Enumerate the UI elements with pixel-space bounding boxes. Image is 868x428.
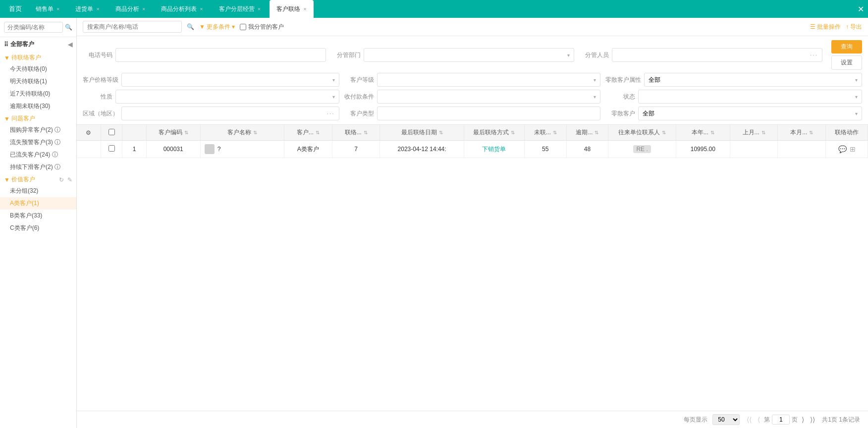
price-grade-dropdown[interactable]: ▾ bbox=[121, 73, 339, 87]
tab-product-analysis[interactable]: 商品分析 × bbox=[108, 0, 152, 18]
content-area: 🔍 ▼ 更多条件 ▾ 我分管的客户 ☰ 批量操作 ↑ 导出 bbox=[77, 18, 868, 428]
sidebar-all-customers[interactable]: ⠿ 全部客户 ◀ bbox=[0, 37, 76, 52]
col-no-contact-header[interactable]: 未联...⇅ bbox=[524, 125, 566, 141]
col-code-header[interactable]: 客户编码⇅ bbox=[146, 125, 200, 141]
first-page-button[interactable]: ⟨⟨ bbox=[745, 415, 754, 425]
col-contact-person-header[interactable]: 往来单位联系人⇅ bbox=[608, 125, 676, 141]
page-total: 共1页 1条记录 bbox=[822, 416, 860, 424]
col-last-month-header[interactable]: 上月...⇅ bbox=[730, 125, 778, 141]
close-icon[interactable]: × bbox=[96, 6, 99, 12]
cell-last-way[interactable]: 下销货单 bbox=[464, 141, 524, 158]
col-contact-header[interactable]: 联络...⇅ bbox=[332, 125, 380, 141]
col-overdue-header[interactable]: 逾期...⇅ bbox=[566, 125, 608, 141]
edit-icon[interactable]: ✎ bbox=[67, 176, 72, 183]
sidebar-item-overdue[interactable]: 逾期未联络(30) bbox=[0, 100, 76, 112]
close-icon[interactable]: × bbox=[200, 6, 203, 12]
col-gear-header[interactable]: ⚙ bbox=[77, 125, 101, 141]
sidebar-search-icon[interactable]: 🔍 bbox=[65, 24, 72, 31]
sidebar-item-today[interactable]: 今天待联络(0) bbox=[0, 63, 76, 75]
sidebar-item-churned[interactable]: 已流失客户(24) ⓘ bbox=[0, 149, 76, 161]
last-page-button[interactable]: ⟩⟩ bbox=[808, 415, 817, 425]
export-button[interactable]: ↑ 导出 bbox=[846, 23, 862, 31]
setting-button[interactable]: 设置 bbox=[831, 55, 862, 70]
sidebar-group-problem[interactable]: ▼ 问题客户 bbox=[0, 112, 76, 124]
my-customer-filter[interactable]: 我分管的客户 bbox=[240, 23, 284, 31]
col-last-date-header[interactable]: 最后联络日期⇅ bbox=[380, 125, 464, 141]
col-name-header[interactable]: 客户名称⇅ bbox=[200, 125, 284, 141]
sort-icon: ⇅ bbox=[595, 130, 598, 135]
cell-code: 000031 bbox=[146, 141, 200, 158]
field-region-label: 区域（地区） bbox=[83, 109, 118, 118]
nature-dropdown[interactable]: ▾ bbox=[115, 90, 339, 104]
close-icon[interactable]: × bbox=[258, 6, 261, 12]
tab-product-analysis-list[interactable]: 商品分析列表 × bbox=[154, 0, 210, 18]
grid-icon: ⠿ bbox=[4, 41, 8, 48]
col-check-header[interactable] bbox=[101, 125, 122, 141]
filter-search-icon[interactable]: 🔍 bbox=[187, 23, 194, 30]
tab-sales-order[interactable]: 销售单 × bbox=[29, 0, 66, 18]
tab-customer-tier[interactable]: 客户分层经营 × bbox=[212, 0, 268, 18]
customer-type-input[interactable] bbox=[377, 107, 601, 120]
last-way-link[interactable]: 下销货单 bbox=[482, 146, 506, 153]
next-page-button[interactable]: ⟩ bbox=[800, 415, 806, 425]
search-input[interactable] bbox=[83, 21, 182, 33]
message-icon[interactable]: 💬 bbox=[838, 145, 847, 153]
sidebar-search-input[interactable] bbox=[4, 22, 63, 33]
field-nature: 性质 ▾ bbox=[83, 90, 339, 104]
cell-index: 1 bbox=[122, 141, 146, 158]
select-all-checkbox[interactable] bbox=[108, 129, 115, 135]
home-tab[interactable]: 首页 bbox=[4, 4, 27, 13]
more-filter-button[interactable]: ▼ 更多条件 ▾ bbox=[199, 23, 235, 31]
data-table-wrapper: ⚙ 客户编码⇅ 客户名称⇅ 客户...⇅ 联络...⇅ bbox=[77, 125, 868, 411]
status-dropdown[interactable]: ▾ bbox=[638, 90, 862, 104]
qr-icon[interactable]: ⊞ bbox=[850, 145, 856, 153]
batch-operation-button[interactable]: ☰ 批量操作 bbox=[810, 23, 841, 31]
sidebar-item-tomorrow[interactable]: 明天待联络(1) bbox=[0, 75, 76, 88]
region-input[interactable]: ··· bbox=[121, 107, 339, 120]
sidebar-item-c-class[interactable]: C类客户(6) bbox=[0, 222, 76, 234]
my-customer-checkbox[interactable] bbox=[240, 24, 246, 30]
window-close-icon[interactable]: ✕ bbox=[858, 4, 864, 14]
cell-gear bbox=[77, 141, 101, 158]
query-btn-group: 查询 设置 bbox=[831, 40, 862, 70]
chevron-down-icon: ▾ bbox=[594, 77, 596, 83]
per-page-select[interactable]: 50 20 100 bbox=[712, 414, 740, 425]
scatter-customer-dropdown[interactable]: 全部 ▾ bbox=[638, 107, 862, 120]
sidebar-item-ungrouped[interactable]: 未分组(32) bbox=[0, 185, 76, 197]
prev-page-button[interactable]: ⟨ bbox=[756, 415, 762, 425]
sidebar-search-area: 🔍 bbox=[0, 18, 76, 37]
close-icon[interactable]: × bbox=[142, 6, 145, 12]
cell-last-date: 2023-04-12 14:44: bbox=[380, 141, 464, 158]
sidebar-item-abnormal-stock[interactable]: 囤购异常客户(2) ⓘ bbox=[0, 124, 76, 136]
customer-grade-dropdown[interactable]: ▾ bbox=[377, 73, 601, 87]
cell-check[interactable] bbox=[101, 141, 122, 158]
page-number-input[interactable] bbox=[772, 415, 790, 425]
sidebar-item-7days[interactable]: 近7天待联络(0) bbox=[0, 88, 76, 100]
collapse-icon[interactable]: ◀ bbox=[68, 41, 72, 48]
field-customer-type: 客户类型 bbox=[344, 107, 601, 120]
col-type-header[interactable]: 客户...⇅ bbox=[284, 125, 332, 141]
row-checkbox[interactable] bbox=[108, 145, 115, 152]
dept-dropdown[interactable]: ▾ bbox=[364, 48, 574, 62]
sidebar-item-declining[interactable]: 持续下滑客户(2) ⓘ bbox=[0, 161, 76, 173]
col-this-month-header[interactable]: 本月...⇅ bbox=[778, 125, 826, 141]
col-this-year-header[interactable]: 本年...⇅ bbox=[676, 125, 730, 141]
query-button[interactable]: 查询 bbox=[831, 40, 862, 54]
close-icon[interactable]: × bbox=[56, 6, 59, 12]
phone-input[interactable] bbox=[115, 48, 326, 62]
manager-input[interactable]: ··· bbox=[612, 48, 822, 62]
sidebar-item-b-class[interactable]: B类客户(33) bbox=[0, 210, 76, 222]
tab-purchase-order[interactable]: 进货单 × bbox=[68, 0, 106, 18]
group-label: 问题客户 bbox=[11, 114, 35, 123]
sidebar-item-a-class[interactable]: A类客户(1) bbox=[0, 197, 76, 210]
close-icon[interactable]: × bbox=[303, 6, 306, 12]
sidebar-group-value[interactable]: ▼ 价值客户 ↻ ✎ bbox=[0, 173, 76, 185]
field-dept-label: 分管部门 bbox=[331, 51, 361, 59]
sidebar-item-churn-warning[interactable]: 流失预警客户(3) ⓘ bbox=[0, 136, 76, 149]
payment-dropdown[interactable]: ▾ bbox=[377, 90, 601, 104]
sidebar-group-pending[interactable]: ▼ 待联络客户 bbox=[0, 52, 76, 63]
refresh-icon[interactable]: ↻ bbox=[59, 176, 64, 183]
scatter-attr-dropdown[interactable]: 全部 ▾ bbox=[644, 73, 862, 87]
col-last-way-header[interactable]: 最后联络方式⇅ bbox=[464, 125, 524, 141]
tab-customer-contact[interactable]: 客户联络 × bbox=[270, 0, 313, 18]
